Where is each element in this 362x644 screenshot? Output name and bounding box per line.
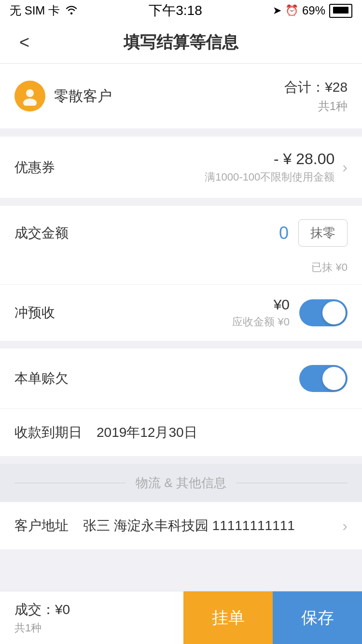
time-label: 下午3:18 [149,1,202,20]
total-count: 共1种 [284,98,348,114]
bottom-bar: 成交：¥0 共1种 挂单 保存 [0,591,362,644]
debt-row: 本单赊欠 [0,349,362,408]
address-card[interactable]: 客户地址 张三 海淀永丰科技园 11111111111 › [0,502,362,549]
coupon-amount: - ¥ 28.00 [205,150,334,168]
page-content: 零散客户 合计：¥28 共1种 优惠券 - ¥ 28.00 满1000-100不… [0,64,362,615]
debt-toggle-knob [322,367,346,390]
coupon-right: - ¥ 28.00 满1000-100不限制使用金额 › [205,150,348,184]
customer-name: 零散客户 [54,86,112,106]
address-row[interactable]: 客户地址 张三 海淀永丰科技园 11111111111 › [0,502,362,549]
status-right: ➤ ⏰ 69% [273,4,352,18]
status-left: 无 SIM 卡 [10,3,78,18]
bottom-count: 共1种 [14,621,169,635]
deal-label: 成交： [14,602,55,617]
debt-card: 本单赊欠 收款到期日 2019年12月30日 [0,349,362,456]
logistics-title: 物流 & 其他信息 [126,475,236,491]
coupon-row[interactable]: 优惠券 - ¥ 28.00 满1000-100不限制使用金额 › [0,136,362,198]
wifi-icon [65,4,78,17]
bottom-deal: 成交：¥0 [14,601,169,619]
deal-value: ¥0 [55,602,70,617]
page-title: 填写结算等信息 [124,31,238,54]
logistics-header: 物流 & 其他信息 [0,464,362,502]
divider-right [236,483,348,483]
avatar [14,81,45,112]
nav-bar: < 填写结算等信息 [0,21,362,64]
save-button[interactable]: 保存 [273,591,362,644]
address-chevron-icon: › [342,517,348,535]
svg-point-0 [26,89,34,97]
customer-total: 合计：¥28 共1种 [284,78,348,114]
coupon-value-block: - ¥ 28.00 满1000-100不限制使用金额 [205,150,334,184]
coupon-card[interactable]: 优惠券 - ¥ 28.00 满1000-100不限制使用金额 › [0,136,362,198]
debt-toggle[interactable] [299,365,348,392]
deal-amount-value: 0 [279,223,289,243]
status-bar: 无 SIM 卡 下午3:18 ➤ ⏰ 69% [0,0,362,21]
duedate-row: 收款到期日 2019年12月30日 [0,408,362,456]
prepaid-label: 冲预收 [14,304,55,322]
divider-left [14,483,126,483]
address-value: 张三 海淀永丰科技园 11111111111 [83,517,342,535]
battery-label: 69% [302,4,325,17]
bottom-summary: 成交：¥0 共1种 [0,601,183,635]
prepaid-toggle[interactable] [299,299,348,326]
coupon-desc: 满1000-100不限制使用金额 [205,170,334,184]
total-price: 合计：¥28 [284,78,348,97]
deal-amount-label: 成交金额 [14,224,69,242]
customer-card: 零散客户 合计：¥28 共1种 [0,64,362,128]
prepaid-right: ¥0 应收金额 ¥0 [232,296,348,329]
prepaid-receivable: 应收金额 ¥0 [232,315,290,329]
address-label: 客户地址 [14,517,69,535]
debt-label: 本单赊欠 [14,369,69,388]
toggle-knob [322,301,346,324]
customer-left: 零散客户 [14,81,112,112]
back-button[interactable]: < [14,28,34,57]
already-rounded: 已抹 ¥0 [0,260,362,284]
prepaid-row: 冲预收 ¥0 应收金额 ¥0 [0,284,362,341]
deal-amount-card: 成交金额 0 抹零 已抹 ¥0 冲预收 ¥0 应收金额 ¥0 [0,206,362,341]
prepaid-amount: ¥0 [232,296,290,313]
deal-amount-row: 成交金额 0 抹零 [0,206,362,260]
pending-button[interactable]: 挂单 [183,591,273,644]
customer-row: 零散客户 合计：¥28 共1种 [0,64,362,128]
duedate-label: 收款到期日 [14,423,82,442]
alarm-icon: ⏰ [285,4,298,17]
coupon-label: 优惠券 [14,158,55,177]
chevron-right-icon: › [342,158,348,176]
svg-point-1 [23,98,37,106]
battery-icon [329,4,352,18]
location-icon: ➤ [273,4,281,17]
carrier-label: 无 SIM 卡 [10,3,60,18]
deal-amount-right: 0 抹零 [279,219,348,247]
prepaid-value-block: ¥0 应收金额 ¥0 [232,296,290,329]
round-button[interactable]: 抹零 [298,219,348,247]
duedate-value: 2019年12月30日 [97,423,197,442]
